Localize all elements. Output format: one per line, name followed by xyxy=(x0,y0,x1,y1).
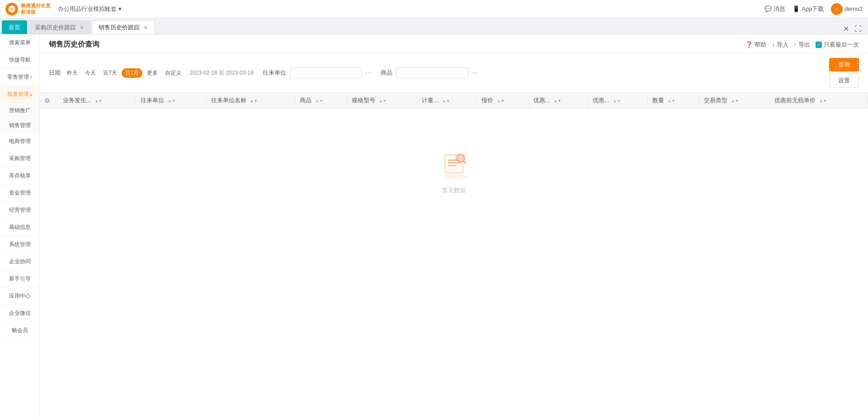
filter-row: 日期 昨天 今天 近7天 近1月 更多 自定义 2023-02-18 至 202… xyxy=(49,58,859,88)
shortcut-today[interactable]: 今天 xyxy=(82,68,99,78)
table-body: 暂无数据 xyxy=(40,109,868,231)
topbar-left: 畅捷通好生意 标准版 办公用品行业模拟账套 ▾ xyxy=(5,3,125,15)
app-selector[interactable]: 办公用品行业模拟账套 ▾ xyxy=(54,3,125,15)
checkbox-icon xyxy=(816,42,822,48)
sort-icon[interactable]: ▲▼ xyxy=(497,99,505,103)
col-quantity: 数量 ▲▼ xyxy=(647,93,699,109)
col-biz-date: 业务发生... ▲▼ xyxy=(58,93,136,109)
sort-icon[interactable]: ▲▼ xyxy=(731,99,739,103)
sidebar-item-enterprise[interactable]: 企业协同 xyxy=(0,253,39,271)
tab-purchase[interactable]: 采购历史价跟踪 ✕ xyxy=(28,20,91,34)
app-name: 办公用品行业模拟账套 xyxy=(58,5,117,13)
sidebar-item-finance[interactable]: 资金管理 xyxy=(0,185,39,202)
shortcut-7days[interactable]: 近7天 xyxy=(100,68,120,78)
partner-dots[interactable]: ··· xyxy=(366,69,372,77)
sort-icon[interactable]: ▲▼ xyxy=(94,99,103,103)
tab-purchase-label: 采购历史价跟踪 xyxy=(35,24,76,32)
sidebar-item-basic-info[interactable]: 基础信息 xyxy=(0,219,39,236)
date-range: 2023-02-18 至 2023-03-18 xyxy=(189,69,253,77)
table-area: ⚙ 业务发生... ▲▼ 往来单位 ▲▼ 往来单位名称 ▲▼ xyxy=(40,93,868,418)
import-btn[interactable]: ↓ 导入 xyxy=(772,41,788,49)
tabbar: 首页 采购历史价跟踪 ✕ 销售历史价跟踪 ✕ ✕ ⛶ xyxy=(0,18,868,34)
product-input[interactable] xyxy=(396,67,468,78)
tab-sales[interactable]: 销售历史价跟踪 ✕ xyxy=(92,20,155,34)
sidebar: 搜索菜单 快捷导航 零售管理 ▾ 批发管理 ▴ 营销推广 销售管理 电商管理 采… xyxy=(0,34,40,418)
maximize-btn[interactable]: ⛶ xyxy=(854,24,863,34)
tab-purchase-close[interactable]: ✕ xyxy=(80,24,84,31)
tab-home[interactable]: 首页 xyxy=(2,20,27,34)
filter-product: 商品 ··· xyxy=(381,67,478,78)
main-layout: 搜索菜单 快捷导航 零售管理 ▾ 批发管理 ▴ 营销推广 销售管理 电商管理 采… xyxy=(0,34,868,418)
sidebar-item-ecom-mgmt[interactable]: 电商管理 xyxy=(0,133,39,150)
partner-input[interactable] xyxy=(290,67,362,78)
filter-partner: 往来单位 ··· xyxy=(263,67,372,78)
empty-state: 暂无数据 xyxy=(40,109,868,231)
tabbar-actions: ✕ ⛶ xyxy=(837,24,868,34)
filter-area: 日期 昨天 今天 近7天 近1月 更多 自定义 2023-02-18 至 202… xyxy=(40,53,868,93)
tab-sales-close[interactable]: ✕ xyxy=(143,24,148,31)
message-icon: 💬 xyxy=(764,5,772,12)
logo-icon xyxy=(5,3,18,15)
col-unit: 计量... ▲▼ xyxy=(417,93,477,109)
sidebar-item-system[interactable]: 系统管理 xyxy=(0,236,39,253)
sort-icon[interactable]: ▲▼ xyxy=(819,99,827,103)
chevron-down-icon: ▾ xyxy=(30,75,32,80)
col-pre-tax-price: 优惠前无税单价 ▲▼ xyxy=(769,93,868,109)
page-header: 销售历史价查询 ❓ 帮助 ↓ 导入 ↑ 导出 xyxy=(40,34,868,53)
sidebar-item-vip[interactable]: 畅会员 xyxy=(0,322,39,339)
filter-date: 日期 昨天 今天 近7天 近1月 更多 自定义 2023-02-18 至 202… xyxy=(49,68,254,78)
sort-icon[interactable]: ▲▼ xyxy=(553,99,561,103)
logo-area: 畅捷通好生意 标准版 xyxy=(5,3,51,15)
col-quote: 报价 ▲▼ xyxy=(477,93,528,109)
column-settings-icon[interactable]: ⚙ xyxy=(44,97,50,104)
sidebar-item-apps[interactable]: 应用中心 xyxy=(0,288,39,305)
user-area[interactable]: d demo2 xyxy=(831,3,863,15)
only-last-checkbox[interactable]: 只看最后一次 xyxy=(816,41,859,49)
export-btn[interactable]: ↑ 导出 xyxy=(794,41,811,49)
shortcut-more[interactable]: 更多 xyxy=(144,68,160,78)
avatar: d xyxy=(831,3,843,15)
empty-text: 暂无数据 xyxy=(442,186,466,195)
sort-icon[interactable]: ▲▼ xyxy=(378,99,387,103)
col-settings: ⚙ xyxy=(40,93,58,109)
sidebar-item-operations[interactable]: 经营管理 xyxy=(0,202,39,219)
close-tab-btn[interactable]: ✕ xyxy=(842,24,850,34)
sort-icon[interactable]: ▲▼ xyxy=(250,99,258,103)
partner-label: 往来单位 xyxy=(263,69,286,77)
topbar: 畅捷通好生意 标准版 办公用品行业模拟账套 ▾ 💬 消息 📱 App下载 d d… xyxy=(0,0,868,18)
sidebar-item-sales-mgmt[interactable]: 销售管理 xyxy=(0,118,39,133)
message-btn[interactable]: 💬 消息 xyxy=(764,5,785,13)
sidebar-item-inventory[interactable]: 库存核算 xyxy=(0,167,39,185)
sidebar-item-newbie[interactable]: 新手引导 xyxy=(0,271,39,288)
shortcut-custom[interactable]: 自定义 xyxy=(162,68,184,78)
product-dots[interactable]: ··· xyxy=(472,69,478,77)
sidebar-item-quick-nav[interactable]: 快捷导航 xyxy=(0,52,39,69)
chevron-down-icon: ▾ xyxy=(118,5,122,12)
sort-icon[interactable]: ▲▼ xyxy=(168,99,176,103)
sidebar-item-wechat[interactable]: 企业微信 xyxy=(0,305,39,322)
col-partner-name: 往来单位名称 ▲▼ xyxy=(206,93,295,109)
sort-icon[interactable]: ▲▼ xyxy=(613,99,621,103)
sort-icon[interactable]: ▲▼ xyxy=(442,99,450,103)
sidebar-item-search-menu[interactable]: 搜索菜单 xyxy=(0,34,39,52)
sort-icon[interactable]: ▲▼ xyxy=(315,99,323,103)
import-icon: ↓ xyxy=(772,41,775,48)
topbar-right: 💬 消息 📱 App下载 d demo2 xyxy=(764,3,863,15)
query-button[interactable]: 查询 xyxy=(829,58,859,71)
app-download-btn[interactable]: 📱 App下载 xyxy=(793,5,824,13)
help-icon: ❓ xyxy=(745,41,753,48)
sidebar-item-marketing[interactable]: 营销推广 xyxy=(0,103,39,118)
settings-button[interactable]: 设置 xyxy=(829,73,859,88)
export-icon: ↑ xyxy=(794,41,797,48)
mobile-icon: 📱 xyxy=(793,5,800,12)
sort-icon[interactable]: ▲▼ xyxy=(667,99,675,103)
shortcut-1month[interactable]: 近1月 xyxy=(122,68,143,78)
col-discount-amount: 优惠... ▲▼ xyxy=(588,93,648,109)
shortcut-yesterday[interactable]: 昨天 xyxy=(64,68,80,78)
sidebar-item-wholesale-mgmt[interactable]: 批发管理 ▴ xyxy=(0,86,39,103)
tab-sales-label: 销售历史价跟踪 xyxy=(99,24,140,32)
sidebar-item-purchase-mgmt[interactable]: 采购管理 xyxy=(0,150,39,167)
col-trade-type: 交易类型 ▲▼ xyxy=(699,93,770,109)
help-btn[interactable]: ❓ 帮助 xyxy=(745,41,766,49)
sidebar-item-retail-mgmt[interactable]: 零售管理 ▾ xyxy=(0,69,39,86)
